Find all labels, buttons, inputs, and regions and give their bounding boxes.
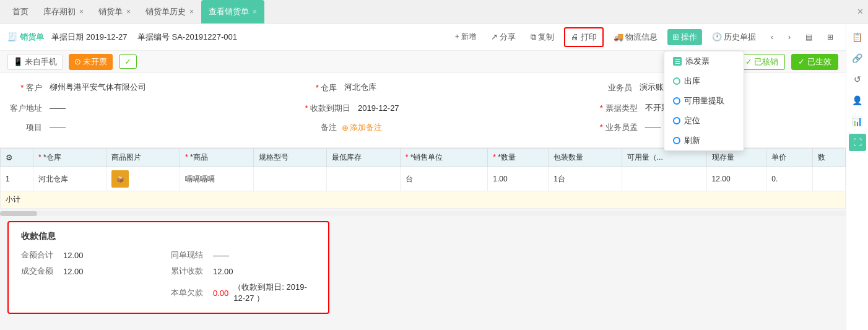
locate-icon <box>673 117 680 124</box>
new-button[interactable]: + 新增 <box>450 29 481 45</box>
checked-btn[interactable]: ✓ <box>119 54 137 69</box>
project-label: 项目 <box>10 122 47 133</box>
right-icon-link[interactable]: 🔗 <box>849 50 866 67</box>
row-warehouse[interactable]: 河北仓库 <box>33 167 106 191</box>
address-label: 客户地址 <box>10 103 47 114</box>
row-available <box>622 167 706 191</box>
not-opened-icon: ⊙ <box>74 57 81 66</box>
staff-label: 业务员 <box>600 82 637 93</box>
gear-icon[interactable]: ⚙ <box>6 153 13 162</box>
scroll-thumb[interactable] <box>0 211 37 216</box>
not-opened-btn[interactable]: ⊙ 未开票 <box>69 54 113 70</box>
horizontal-scrollbar[interactable] <box>0 211 846 216</box>
add-note-btn[interactable]: ⊕ 添加备注 <box>342 122 382 133</box>
col-gear[interactable]: ⚙ <box>1 149 33 167</box>
add-invoice-icon: ☰ <box>673 57 682 66</box>
dropdown-locate[interactable]: 定位 <box>664 111 744 131</box>
payment-date-group: 收款到期日 2019-12-27 <box>305 102 599 115</box>
tab-bar: 首页 库存期初 × 销货单 × 销货单历史 × 查看销货单 × × <box>0 0 868 24</box>
salesperson-label: 业务员孟 <box>600 122 643 133</box>
subtotal-row: 小计 <box>1 191 846 209</box>
row-product[interactable]: 嗝嗝嗝嗝 <box>180 167 253 191</box>
next-button[interactable]: › <box>783 30 796 44</box>
prev-button[interactable]: ‹ <box>766 30 778 44</box>
row-spec[interactable] <box>253 167 327 191</box>
layout1-button[interactable]: ▤ <box>801 30 817 44</box>
dropdown-add-invoice[interactable]: ☰ 添发票 <box>664 51 744 71</box>
row-extra <box>813 167 846 191</box>
right-icon-user[interactable]: 👤 <box>849 92 866 109</box>
current-balance-item: 本单欠款 0.00 （收款到期日: 2019-12-27 ） <box>171 282 316 304</box>
copy-button[interactable]: ⧉ 复制 <box>526 29 559 45</box>
col-price: 单价 <box>766 149 813 167</box>
operations-icon: ⊞ <box>672 32 679 41</box>
col-product: *商品 <box>180 149 253 167</box>
logistics-button[interactable]: 🚚 物流信息 <box>609 29 662 45</box>
address-group: 客户地址 —— <box>10 102 305 115</box>
already-effective-btn[interactable]: ✓ 已生效 <box>791 54 838 70</box>
row-unit[interactable]: 台 <box>400 167 488 191</box>
total-amount-value: 12.00 <box>63 251 84 260</box>
right-icon-expand[interactable]: ⛶ <box>849 134 866 151</box>
close-view-sales-tab[interactable]: × <box>253 7 257 16</box>
payment-date-label: 收款到期日 <box>305 103 355 114</box>
customer-value[interactable]: 柳州粤港平安气体有限公司 <box>47 80 149 95</box>
tab-sales-order[interactable]: 销货单 × <box>91 0 138 24</box>
share-button[interactable]: ↗ 分享 <box>486 29 521 45</box>
from-mobile-btn[interactable]: 📱 来自手机 <box>7 54 63 70</box>
close-sales-tab[interactable]: × <box>126 7 131 16</box>
tab-view-sales[interactable]: 查看销货单 × <box>201 0 264 24</box>
logistics-icon: 🚚 <box>614 32 623 41</box>
close-history-tab[interactable]: × <box>189 7 194 16</box>
same-order-value: —— <box>213 251 229 260</box>
dropdown-refresh[interactable]: 刷新 <box>664 131 744 150</box>
dropdown-menu: ☰ 添发票 出库 可用量提取 定位 刷新 <box>664 51 744 151</box>
tab-sales-history[interactable]: 销货单历史 × <box>138 0 201 24</box>
doc-number-item: 单据编号 SA-20191227-001 <box>137 32 238 43</box>
row-min-stock <box>327 167 401 191</box>
right-icon-refresh[interactable]: ↺ <box>849 71 866 88</box>
project-value: —— <box>47 121 68 134</box>
doc-date-value: 2019-12-27 <box>86 32 128 41</box>
window-close-button[interactable]: × <box>857 6 863 17</box>
share-icon: ↗ <box>491 32 498 41</box>
payment-date-value[interactable]: 2019-12-27 <box>355 102 402 115</box>
row-current-stock: 12.00 <box>706 167 766 191</box>
col-available: 可用量（... <box>622 149 706 167</box>
customer-label: 客户 <box>10 82 47 93</box>
right-icon-clipboard[interactable]: 📋 <box>849 28 866 46</box>
tab-home[interactable]: 首页 <box>5 0 36 24</box>
subtotal-label: 小计 <box>1 191 846 209</box>
close-inventory-tab[interactable]: × <box>79 7 84 16</box>
right-icon-chart[interactable]: 📊 <box>849 113 866 130</box>
row-qty[interactable]: 1.00 <box>488 167 549 191</box>
layout2-button[interactable]: ⊞ <box>822 30 838 44</box>
current-balance-label: 本单欠款 <box>171 287 208 298</box>
already-cancelled-btn[interactable]: ✓ 已核销 <box>739 54 786 70</box>
dropdown-available-qty[interactable]: 可用量提取 <box>664 91 744 111</box>
customer-group: 客户 柳州粤港平安气体有限公司 <box>10 80 305 95</box>
print-button[interactable]: 🖨 打印 <box>566 29 602 45</box>
available-qty-icon <box>673 97 680 105</box>
history-button[interactable]: 🕐 历史单据 <box>707 29 761 45</box>
warehouse-value[interactable]: 河北仓库 <box>342 80 379 95</box>
payment-section: 收款信息 金额合计 12.00 同单现结 —— 成交金额 12.00 累计收款 … <box>7 221 329 314</box>
operations-button[interactable]: ⊞ 操作 <box>667 29 702 45</box>
product-table: ⚙ *仓库 商品图片 *商品 规格型号 最低库存 *销售单位 *数量 包装数量 … <box>0 148 846 209</box>
address-value: —— <box>47 102 68 115</box>
tab-inventory-init[interactable]: 库存期初 × <box>36 0 91 24</box>
add-note-plus-icon: ⊕ <box>342 123 349 132</box>
transaction-amount-value: 12.00 <box>63 267 84 276</box>
refresh-icon <box>673 137 680 144</box>
table-header-row: ⚙ *仓库 商品图片 *商品 规格型号 最低库存 *销售单位 *数量 包装数量 … <box>1 149 846 167</box>
warehouse-label: 仓库 <box>305 82 342 93</box>
col-extra: 数 <box>813 149 846 167</box>
col-current-stock: 现存量 <box>706 149 766 167</box>
dropdown-outbound[interactable]: 出库 <box>664 71 744 91</box>
row-price[interactable]: 0. <box>766 167 813 191</box>
mobile-icon: 📱 <box>13 57 23 66</box>
warehouse-group: 仓库 河北仓库 <box>305 80 599 95</box>
salesperson-value: —— <box>643 121 664 134</box>
payment-grid: 金额合计 12.00 同单现结 —— 成交金额 12.00 累计收款 12.00… <box>21 250 316 304</box>
table-row: 1 河北仓库 📦 嗝嗝嗝嗝 台 1.00 1台 12.00 0. <box>1 167 846 191</box>
